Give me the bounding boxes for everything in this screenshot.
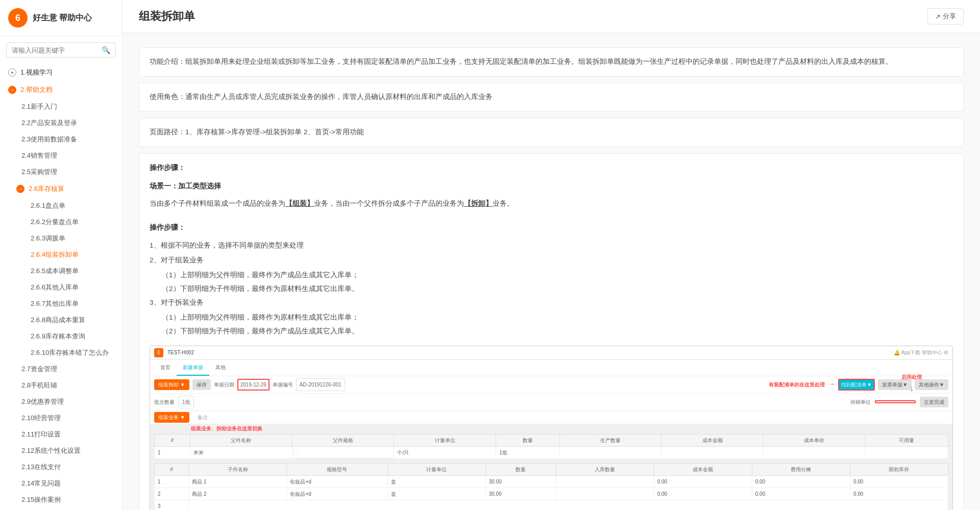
- sidebar-item-purchase[interactable]: 2.5采购管理: [0, 164, 122, 180]
- table-row: 2 商品 2 化妆品+d 盒 30.00 0.00 0.00 0.00: [155, 488, 948, 500]
- minus-icon: −: [8, 86, 16, 94]
- cell-prodqty: [559, 446, 662, 458]
- cell-no4: 3: [155, 500, 189, 510]
- sidebar: 6 好生意 帮助中心 🔍 + 1.视频学习 − 2.帮助文档 2.1新手入门 2…: [0, 0, 122, 510]
- sidebar-item-faq[interactable]: 2.14常见问题: [0, 475, 122, 492]
- cell-subname2: 商品 2: [189, 488, 287, 500]
- screenshot-navtabs: 首页 新建单据 其他: [150, 360, 952, 376]
- col-no: #: [155, 434, 190, 446]
- screenshot-table-child: # 子件名称 规格型号 计量单位 数量 入库数量 成本金额 费用分摊 期初库存: [154, 463, 948, 510]
- intro-text: 功能介绍：组装拆卸单用来处理企业组装或拆卸等加工业务，支持有固定装配清单的产品加…: [150, 56, 953, 68]
- sidebar-item-docs[interactable]: − 2.帮助文档: [0, 81, 122, 99]
- sidebar-item-inv266[interactable]: 2.6.6其他入库单: [0, 279, 122, 296]
- cell-no2: 1: [155, 475, 189, 488]
- cell-costprice: [764, 446, 866, 458]
- sidebar-item-newbie[interactable]: 2.1新手入门: [0, 99, 122, 115]
- cell-qty: 1批: [496, 446, 559, 458]
- ops-title: 操作步骤：: [150, 222, 953, 234]
- cell-subspec1: 化妆品+d: [287, 475, 387, 488]
- screenshot-tab-other: 其他: [209, 360, 232, 376]
- cell-subname1: 商品 1: [189, 475, 287, 488]
- sidebar-item-video[interactable]: + 1.视频学习: [0, 64, 122, 81]
- sidebar-item-pay[interactable]: 2.13在线支付: [0, 459, 122, 475]
- cell-subcost1: 0.00: [654, 475, 752, 488]
- search-bar[interactable]: 🔍: [6, 42, 116, 58]
- steps-section: 操作步骤： 场景一：加工类型选择 当由多个子件材料组装成一个成品的业务为【组装】…: [139, 153, 964, 510]
- scenario-title: 场景一：加工类型选择: [150, 180, 953, 192]
- annotation-process: 启用处理: [901, 373, 922, 381]
- screenshot-logo: 6: [154, 348, 163, 357]
- cell-alloc2: 0.00: [752, 488, 850, 500]
- sidebar-item-sales[interactable]: 2.4销售管理: [0, 148, 122, 164]
- cell-avail: [865, 446, 948, 458]
- sidebar-item-inv262[interactable]: 2.6.2分量盘点单: [0, 214, 122, 230]
- sidebar-item-cases[interactable]: 2.15操作案例: [0, 492, 122, 508]
- steps-title: 操作步骤：: [150, 162, 953, 174]
- col-subcost: 成本金额: [654, 463, 752, 475]
- screenshot-type-badge: 组装业务 ▼: [154, 412, 189, 423]
- col-avail: 可用量: [865, 434, 948, 446]
- col-prod-qty: 生产数量: [559, 434, 662, 446]
- sidebar-item-inv268[interactable]: 2.6.8商品成本重算: [0, 312, 122, 328]
- screenshot-badge-type: 组装拆卸 ▼: [154, 379, 189, 390]
- col-alloc: 费用分摊: [752, 463, 850, 475]
- nav-section: + 1.视频学习 − 2.帮助文档 2.1新手入门 2.2产品安装及登录 2.3…: [0, 64, 122, 508]
- sidebar-item-inv263[interactable]: 2.6.3调拨单: [0, 230, 122, 247]
- cell-subunit1: 盒: [387, 475, 485, 488]
- sidebar-item-inventory[interactable]: − 2.6库存核算: [0, 180, 122, 198]
- sidebar-item-inv269[interactable]: 2.6.9库存账本查询: [0, 328, 122, 345]
- screenshot-id: TEST-H002: [167, 348, 194, 357]
- share-label: 分享: [943, 12, 956, 21]
- main-area: 组装拆卸单 ↗ 分享 功能介绍：组装拆卸单用来处理企业组装或拆卸等加工业务，支持…: [122, 0, 980, 510]
- share-button[interactable]: ↗ 分享: [927, 8, 964, 25]
- sidebar-item-install[interactable]: 2.2产品安装及登录: [0, 115, 122, 131]
- screenshot-btn-confirm: 立发完成: [920, 397, 948, 407]
- cell-subspec2: 化妆品+d: [287, 488, 387, 500]
- scenario-desc: 当由多个子件材料组装成一个成品的业务为【组装】业务，当由一个父件拆分成多个子产品…: [150, 198, 953, 210]
- cell-initial1: 0.00: [850, 475, 948, 488]
- cell-alloc1: 0.00: [752, 475, 850, 488]
- path-text: 页面路径：1、库存核算->库存管理->组装拆卸单 2、首页->常用功能: [150, 127, 953, 138]
- minus-icon: −: [16, 185, 24, 193]
- table-row: 1 米米 个/只 1批: [155, 446, 948, 458]
- screenshot-num-label: 批次数量: [154, 398, 175, 406]
- sidebar-item-inv261[interactable]: 2.6.1盘点单: [0, 198, 122, 214]
- col-subqty: 数量: [485, 463, 556, 475]
- arrow-icon: →: [828, 378, 835, 391]
- search-input[interactable]: [12, 46, 102, 54]
- col-no2: #: [155, 463, 189, 475]
- cell-spec: [292, 449, 300, 453]
- screenshot-icons: 🔔 App下载 帮助中心 ⚙: [894, 348, 948, 357]
- col-unit: 计量单位: [394, 434, 496, 446]
- annotation-process-container: 启用处理 ↓: [901, 373, 922, 395]
- sidebar-item-predata[interactable]: 2.3使用前数据准备: [0, 131, 122, 148]
- col-cost-price: 成本单价: [764, 434, 866, 446]
- table-row: 3: [155, 500, 948, 510]
- sidebar-item-inv265[interactable]: 2.6.5成本调整单: [0, 263, 122, 279]
- sidebar-item-inv264[interactable]: 2.6.4组装拆卸单: [0, 247, 122, 263]
- step1: 1、根据不同的业务，选择不同单据的类型来处理: [150, 240, 953, 252]
- sidebar-item-print[interactable]: 2.11打印设置: [0, 426, 122, 443]
- sidebar-item-custom[interactable]: 2.12系统个性化设置: [0, 443, 122, 459]
- col-subunit: 计量单位: [387, 463, 485, 475]
- screenshot-tabswitch: 组装业务 ▼ 备注 组装业务、拆卸业务在这里切换: [150, 411, 952, 424]
- sidebar-item-ops[interactable]: 2.10经营管理: [0, 410, 122, 426]
- screenshot-upper-table: # 父件名称 父件规格 计量单位 数量 生产数量 成本金额 成本单价 可用量: [150, 424, 952, 461]
- screenshot-tab-neworder: 新建单据: [177, 360, 209, 376]
- sidebar-item-finance[interactable]: 2.7资金管理: [0, 361, 122, 377]
- cell-name: 米米: [190, 446, 292, 458]
- plus-icon: +: [8, 68, 16, 77]
- path-section: 页面路径：1、库存核算->库存管理->组装拆卸单 2、首页->常用功能: [139, 118, 964, 147]
- step2-2: （2）下部明细为子件明细，最终作为原材料生成其它出库单。: [150, 283, 953, 295]
- step3-1: （1）上部明细为父件明细，最终作为原材料生成其它出库单；: [150, 312, 953, 324]
- sidebar-item-inv267[interactable]: 2.6.7其他出库单: [0, 296, 122, 312]
- search-icon: 🔍: [102, 46, 110, 54]
- col-inqty: 入库数量: [556, 463, 654, 475]
- col-initial: 期初库存: [850, 463, 948, 475]
- sidebar-item-inv2610[interactable]: 2.6.10库存账本错了怎么办: [0, 345, 122, 361]
- sidebar-item-coupon[interactable]: 2.9优惠券管理: [0, 394, 122, 410]
- sidebar-item-mobile[interactable]: 2.8手机旺辅: [0, 377, 122, 394]
- cell-no3: 2: [155, 488, 189, 500]
- col-subspec: 规格型号: [287, 463, 387, 475]
- col-subname: 子件名称: [189, 463, 287, 475]
